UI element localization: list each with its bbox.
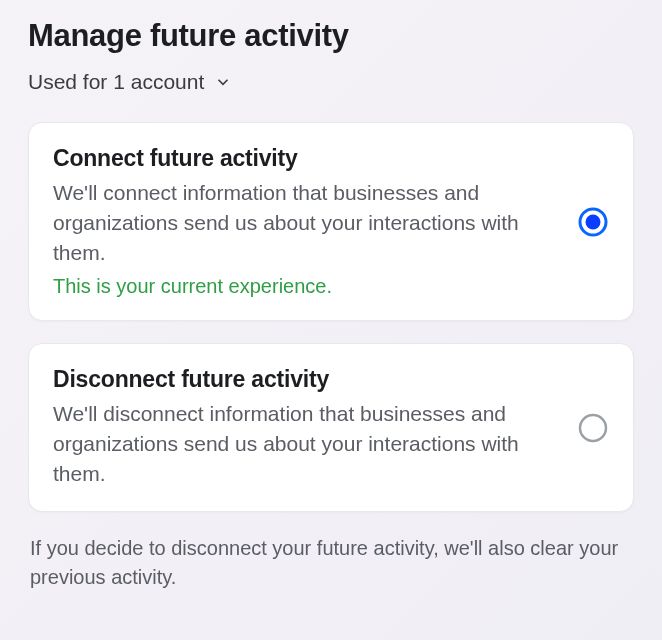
option-connect[interactable]: Connect future activity We'll connect in… [28,122,634,321]
chevron-down-icon [214,73,232,91]
footer-text: If you decide to disconnect your future … [28,534,634,592]
svg-point-2 [580,415,606,441]
radio-connect-selected[interactable] [577,206,609,238]
account-selector[interactable]: Used for 1 account [28,70,634,94]
option-disconnect-description: We'll disconnect information that busine… [53,399,557,488]
radio-disconnect-unselected[interactable] [577,412,609,444]
option-connect-note: This is your current experience. [53,275,557,298]
option-disconnect-content: Disconnect future activity We'll disconn… [53,366,557,488]
option-disconnect-title: Disconnect future activity [53,366,557,393]
option-connect-description: We'll connect information that businesse… [53,178,557,267]
account-label: Used for 1 account [28,70,204,94]
option-disconnect[interactable]: Disconnect future activity We'll disconn… [28,343,634,511]
option-connect-title: Connect future activity [53,145,557,172]
option-connect-content: Connect future activity We'll connect in… [53,145,557,298]
page-title: Manage future activity [28,18,634,54]
svg-point-1 [586,214,601,229]
